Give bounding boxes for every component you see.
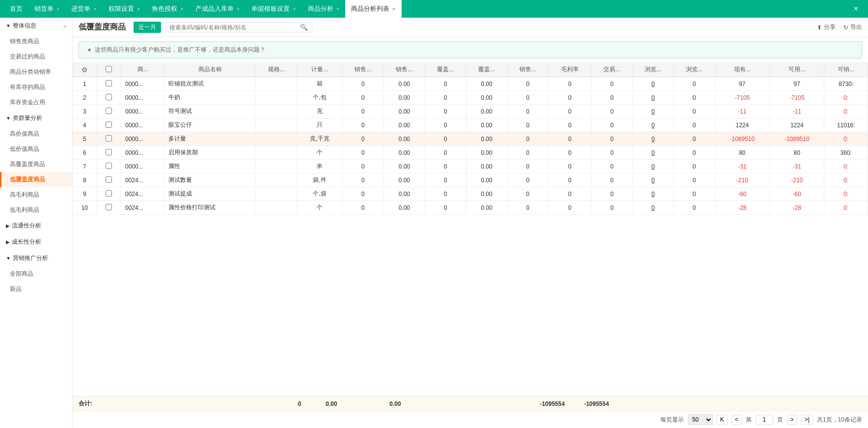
settings-icon[interactable]: ⚙ bbox=[81, 66, 88, 74]
sidebar-item-traded-goods[interactable]: 交易过的商品 bbox=[0, 49, 72, 64]
close-icon[interactable]: × bbox=[293, 6, 296, 12]
sidebar-section-growth[interactable]: ▶ 成长性分析 bbox=[0, 234, 72, 250]
export-button[interactable]: ↻ 导出 bbox=[843, 23, 862, 31]
column-checkbox[interactable] bbox=[97, 62, 121, 77]
row-view1[interactable]: 0 bbox=[632, 201, 674, 215]
sidebar-item-high-margin[interactable]: 高毛利商品 bbox=[0, 187, 72, 202]
close-icon[interactable]: × bbox=[237, 6, 240, 12]
sidebar-item-category-rate[interactable]: 商品分类动销率 bbox=[0, 64, 72, 80]
row-view1[interactable]: 0 bbox=[632, 105, 674, 118]
column-code[interactable]: 商... bbox=[121, 62, 164, 77]
sidebar-item-low-margin[interactable]: 低毛利商品 bbox=[0, 202, 72, 218]
collapse-icon[interactable]: « bbox=[63, 23, 66, 29]
row-view1[interactable]: 0 bbox=[632, 173, 674, 187]
column-stock1[interactable]: 现有... bbox=[715, 62, 769, 77]
nav-role-auth[interactable]: 角色授权 × bbox=[146, 0, 189, 18]
column-cov2[interactable]: 覆盖... bbox=[466, 62, 507, 77]
row-select-checkbox[interactable] bbox=[106, 176, 112, 183]
row-select-checkbox[interactable] bbox=[106, 163, 112, 169]
row-checkbox[interactable] bbox=[97, 105, 121, 118]
nav-template-settings[interactable]: 单据模板设置 × bbox=[245, 0, 301, 18]
row-select-checkbox[interactable] bbox=[106, 190, 112, 197]
close-icon[interactable]: × bbox=[392, 6, 395, 12]
column-trade[interactable]: 交易... bbox=[591, 62, 632, 77]
sidebar-section-flow[interactable]: ▶ 流通性分析 bbox=[0, 218, 72, 234]
row-view1[interactable]: 0 bbox=[632, 187, 674, 201]
search-icon[interactable]: 🔍 bbox=[300, 24, 308, 31]
column-name[interactable]: 商品名称 bbox=[164, 62, 256, 77]
row-select-checkbox[interactable] bbox=[106, 94, 112, 100]
column-margin[interactable]: 毛利率 bbox=[548, 62, 591, 77]
sidebar-section-overall[interactable]: ▼ 整体信息 « bbox=[0, 18, 72, 34]
row-checkbox[interactable] bbox=[97, 118, 121, 132]
row-checkbox[interactable] bbox=[97, 91, 121, 105]
sidebar-item-in-stock[interactable]: 有库存的商品 bbox=[0, 80, 72, 95]
sidebar-item-stock-capital[interactable]: 库存资金占用 bbox=[0, 95, 72, 110]
column-view2[interactable]: 浏览... bbox=[674, 62, 715, 77]
row-checkbox[interactable] bbox=[97, 187, 121, 201]
close-icon[interactable]: × bbox=[56, 6, 59, 12]
sidebar-section-market[interactable]: ▼ 营销推广分析 bbox=[0, 250, 72, 266]
share-button[interactable]: ⬆ 分享 bbox=[817, 23, 836, 31]
nav-purchase-order[interactable]: 进货单 × bbox=[65, 0, 102, 18]
row-view1[interactable]: 0 bbox=[632, 77, 674, 91]
column-settings[interactable]: ⚙ bbox=[73, 62, 97, 77]
sidebar-item-low-coverage[interactable]: 低覆盖度商品 bbox=[0, 172, 72, 187]
column-stock2[interactable]: 可用... bbox=[770, 62, 824, 77]
period-button[interactable]: 近一月 bbox=[134, 22, 161, 33]
nav-product-instock[interactable]: 产成品入库单 × bbox=[190, 0, 245, 18]
nav-home[interactable]: 首页 bbox=[4, 0, 28, 18]
first-page-button[interactable]: K bbox=[717, 415, 728, 425]
column-view1[interactable]: 浏览... bbox=[632, 62, 674, 77]
last-page-button[interactable]: >| bbox=[801, 415, 813, 425]
page-number-input[interactable] bbox=[756, 415, 773, 425]
row-checkbox[interactable] bbox=[97, 160, 121, 173]
nav-product-analysis-list[interactable]: 商品分析列表 × bbox=[345, 0, 401, 18]
column-unit[interactable]: 计量... bbox=[297, 62, 343, 77]
close-icon[interactable]: × bbox=[180, 6, 183, 12]
row-view1[interactable]: 0 bbox=[632, 118, 674, 132]
row-select-checkbox[interactable] bbox=[106, 149, 112, 155]
row-select-checkbox[interactable] bbox=[106, 80, 112, 86]
row-view1[interactable]: 0 bbox=[632, 132, 674, 146]
column-spec[interactable]: 规格... bbox=[256, 62, 297, 77]
sidebar-item-high-coverage[interactable]: 高覆盖度商品 bbox=[0, 157, 72, 172]
row-select-checkbox[interactable] bbox=[106, 108, 112, 114]
page-size-select[interactable]: 20 50 100 bbox=[688, 414, 713, 425]
row-checkbox[interactable] bbox=[97, 132, 121, 146]
next-page-button[interactable]: > bbox=[787, 415, 797, 425]
row-trade: 0 bbox=[591, 146, 632, 160]
column-sales-amt[interactable]: 销售... bbox=[383, 62, 425, 77]
nav-permissions[interactable]: 权限设置 × bbox=[103, 0, 146, 18]
close-icon[interactable]: × bbox=[137, 6, 140, 12]
row-select-checkbox[interactable] bbox=[106, 135, 112, 142]
row-view1[interactable]: 0 bbox=[632, 91, 674, 105]
row-view1[interactable]: 0 bbox=[632, 146, 674, 160]
sidebar-item-all-goods[interactable]: 全部商品 bbox=[0, 266, 72, 282]
row-view1[interactable]: 0 bbox=[632, 160, 674, 173]
search-input[interactable] bbox=[169, 24, 300, 31]
select-all-checkbox[interactable] bbox=[106, 66, 112, 72]
column-stock3[interactable]: 可销... bbox=[824, 62, 868, 77]
column-sales-qty[interactable]: 销售... bbox=[342, 62, 383, 77]
row-checkbox[interactable] bbox=[97, 77, 121, 91]
prev-page-button[interactable]: < bbox=[732, 415, 742, 425]
sidebar-item-new-goods[interactable]: 新品 bbox=[0, 282, 72, 297]
row-select-checkbox[interactable] bbox=[106, 204, 112, 210]
row-checkbox[interactable] bbox=[97, 201, 121, 215]
row-select-checkbox[interactable] bbox=[106, 121, 112, 128]
column-sales3[interactable]: 销售... bbox=[507, 62, 548, 77]
close-icon[interactable]: × bbox=[93, 6, 96, 12]
sidebar-item-low-value[interactable]: 低价值商品 bbox=[0, 142, 72, 157]
row-checkbox[interactable] bbox=[97, 146, 121, 160]
row-checkbox[interactable] bbox=[97, 173, 121, 187]
close-icon[interactable]: × bbox=[336, 6, 339, 12]
sidebar-section-sku[interactable]: ▼ 类群量分析 bbox=[0, 110, 72, 126]
column-cov1[interactable]: 覆盖... bbox=[425, 62, 466, 77]
nav-product-analysis[interactable]: 商品分析 × bbox=[302, 0, 345, 18]
data-table-container[interactable]: ⚙ 商... 商品名称 规格... 计量... 销售... 销售... 覆盖..… bbox=[73, 62, 868, 396]
nav-sales-order[interactable]: 销货单 × bbox=[28, 0, 65, 18]
window-close-button[interactable]: × bbox=[848, 4, 864, 13]
sidebar-item-sales-goods[interactable]: 销售类商品 bbox=[0, 34, 72, 49]
sidebar-item-high-value[interactable]: 高价值商品 bbox=[0, 126, 72, 142]
